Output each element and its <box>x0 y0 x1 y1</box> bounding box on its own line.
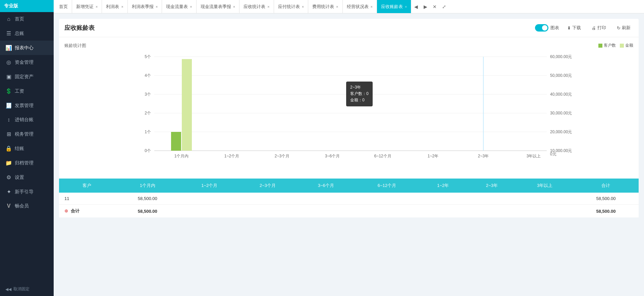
cell-12y <box>419 193 468 205</box>
sidebar-item-settings-label: 设置 <box>15 175 24 181</box>
sidebar-item-invoice[interactable]: 🧾 发票管理 <box>0 98 54 113</box>
tab-profit[interactable]: 利润表 × <box>102 0 127 13</box>
total-23m <box>238 205 297 218</box>
tab-profit-close[interactable]: × <box>121 5 123 9</box>
tab-cashflow[interactable]: 现金流量表 × <box>162 0 196 13</box>
col-header-23y: 2~3年 <box>468 179 517 193</box>
sidebar-pin-toggle[interactable]: ◀◀ 取消固定 <box>0 282 54 296</box>
report-icon: 📊 <box>5 45 12 51</box>
total-12y <box>419 205 468 218</box>
tab-expense-stat-close[interactable]: × <box>336 5 338 9</box>
chart-toggle-wrap: 图表 <box>535 24 559 32</box>
tab-voucher[interactable]: 新增凭证 × <box>72 0 102 13</box>
wage-icon: 💲 <box>5 88 12 94</box>
tab-profit-label: 利润表 <box>106 4 119 10</box>
sidebar-item-close-label: 结账 <box>15 146 24 152</box>
tab-maximize[interactable]: ⤢ <box>439 2 449 11</box>
tab-payable-stat-label: 应付统计表 <box>278 4 300 10</box>
sidebar-item-fund-label: 资金管理 <box>15 59 34 65</box>
tab-expense-stat-label: 费用统计表 <box>312 4 334 10</box>
download-button[interactable]: ⬇ 下载 <box>565 23 584 32</box>
tab-expense-stat[interactable]: 费用统计表 × <box>308 0 342 13</box>
svg-text:0元: 0元 <box>550 152 556 156</box>
sidebar-item-sales[interactable]: ↕ 进销台账 <box>0 113 54 127</box>
sidebar-item-tax[interactable]: ⊞ 税务管理 <box>0 127 54 141</box>
chart-toggle[interactable] <box>535 24 548 32</box>
tab-cashflow-quarter[interactable]: 现金流量表季报 × <box>197 0 239 13</box>
bar-amount-0 <box>182 59 192 151</box>
tab-cashflow-quarter-close[interactable]: × <box>233 5 235 9</box>
col-header-total: 合计 <box>573 179 639 193</box>
tab-payable-stat[interactable]: 应付统计表 × <box>274 0 308 13</box>
col-header-23m: 2~3个月 <box>238 179 297 193</box>
sidebar-item-report[interactable]: 📊 报表中心 <box>0 41 54 55</box>
tab-business-stat-label: 经营状况表 <box>347 4 369 10</box>
refresh-button[interactable]: ↻ 刷新 <box>614 23 633 32</box>
chart-legend: 客户数 金额 <box>598 43 633 48</box>
tab-voucher-label: 新增凭证 <box>76 4 94 10</box>
tab-scroll-left[interactable]: ◀ <box>411 2 421 11</box>
sidebar-item-fund[interactable]: ◎ 资金管理 <box>0 55 54 69</box>
tab-cashflow-close[interactable]: × <box>190 5 192 9</box>
archive-icon: 📁 <box>5 160 12 166</box>
tab-profit-quarter-close[interactable]: × <box>156 5 158 9</box>
sidebar-item-member[interactable]: V 畅会员 <box>0 199 54 213</box>
tab-home[interactable]: 首页 <box>55 0 72 13</box>
refresh-icon: ↻ <box>617 26 621 31</box>
download-label: 下载 <box>572 25 581 31</box>
svg-text:2个: 2个 <box>145 111 151 115</box>
tab-receivable-stat-close[interactable]: × <box>267 5 269 9</box>
tab-business-stat-close[interactable]: × <box>371 5 373 9</box>
cell-612m <box>355 193 419 205</box>
total-3yplus <box>516 205 573 218</box>
sidebar: 专业版 ⌂ 首页 ☰ 总账 📊 报表中心 ◎ 资金管理 ▣ 固定资产 💲 工资 … <box>0 0 54 296</box>
tab-scroll-right[interactable]: ▶ <box>421 2 430 11</box>
sidebar-item-invoice-label: 发票管理 <box>15 103 34 109</box>
sidebar-item-ledger[interactable]: ☰ 总账 <box>0 26 54 41</box>
sidebar-item-member-label: 畅会员 <box>15 203 29 209</box>
svg-text:3年以上: 3年以上 <box>527 154 541 158</box>
sidebar-item-guide[interactable]: ✦ 新手引导 <box>0 185 54 199</box>
sidebar-item-wage-label: 工资 <box>15 88 24 94</box>
sales-icon: ↕ <box>5 117 12 123</box>
sidebar-item-tax-label: 税务管理 <box>15 131 34 137</box>
col-header-12m: 1~2个月 <box>180 179 238 193</box>
print-button[interactable]: 🖨 打印 <box>589 23 609 32</box>
total-23y <box>468 205 517 218</box>
tab-cashflow-label: 现金流量表 <box>166 4 188 10</box>
sidebar-item-ledger-label: 总账 <box>15 31 24 37</box>
tab-profit-quarter[interactable]: 利润表季报 × <box>128 0 162 13</box>
tab-close-all[interactable]: ✕ <box>430 2 439 11</box>
sidebar-item-close[interactable]: 🔒 结账 <box>0 141 54 156</box>
tab-cashflow-quarter-label: 现金流量表季报 <box>201 4 231 10</box>
total-sum: 58,500.00 <box>573 205 639 218</box>
total-36m <box>297 205 355 218</box>
sidebar-item-archive[interactable]: 📁 归档管理 <box>0 156 54 170</box>
page-header: 应收账龄表 图表 ⬇ 下载 🖨 打印 ↻ 刷新 <box>59 19 639 37</box>
svg-text:3~6个月: 3~6个月 <box>325 154 340 158</box>
total-label-cell: ⊕ 合计 <box>59 205 115 218</box>
sidebar-item-asset[interactable]: ▣ 固定资产 <box>0 69 54 84</box>
tab-payable-stat-close[interactable]: × <box>302 5 304 9</box>
sidebar-item-report-label: 报表中心 <box>15 45 34 51</box>
tab-home-label: 首页 <box>59 4 68 10</box>
tab-receivable-stat[interactable]: 应收统计表 × <box>239 0 274 13</box>
tab-aging-close[interactable]: × <box>405 5 407 9</box>
settings-icon: ⚙ <box>5 174 12 181</box>
sidebar-item-settings[interactable]: ⚙ 设置 <box>0 170 54 185</box>
total-612m <box>355 205 419 218</box>
sidebar-pin-label: 取消固定 <box>13 286 30 292</box>
sidebar-item-wage[interactable]: 💲 工资 <box>0 84 54 98</box>
invoice-icon: 🧾 <box>5 102 12 109</box>
sidebar-item-sales-label: 进销台账 <box>15 117 34 123</box>
sidebar-item-home[interactable]: ⌂ 首页 <box>0 12 54 26</box>
tab-business-stat[interactable]: 经营状况表 × <box>343 0 377 13</box>
table-total-row: ⊕ 合计 58,500.00 58,500.00 <box>59 205 639 218</box>
asset-icon: ▣ <box>5 73 12 80</box>
guide-icon: ✦ <box>5 189 12 195</box>
tab-voucher-close[interactable]: × <box>96 5 98 9</box>
tab-aging[interactable]: 应收账龄表 × <box>377 0 411 13</box>
ledger-icon: ☰ <box>5 30 12 37</box>
cell-customer: 11 <box>59 193 115 205</box>
print-icon: 🖨 <box>592 26 596 31</box>
